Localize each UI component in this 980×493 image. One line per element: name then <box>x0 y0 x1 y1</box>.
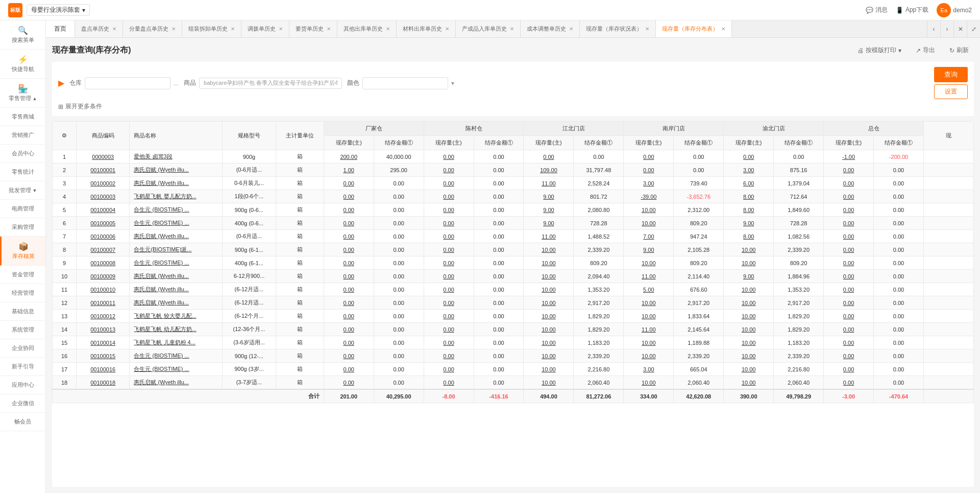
tab-assembly[interactable]: 组装拆卸单历史 ✕ <box>182 20 241 37</box>
cell-yubei-qty[interactable]: 10.00 <box>724 376 774 390</box>
sidebar-item-member[interactable]: 会员中心 <box>0 145 45 163</box>
cell-jiangbei-qty[interactable]: 109.00 <box>524 163 574 177</box>
cell-factory-qty[interactable]: 0.00 <box>324 190 374 203</box>
sidebar-item-member2[interactable]: 畅会员 <box>0 413 45 431</box>
setting-btn[interactable]: 设置 <box>934 84 968 99</box>
cell-nanan-qty[interactable]: 10.00 <box>624 349 674 363</box>
cell-factory-qty[interactable]: 0.00 <box>324 243 374 256</box>
cell-nanan-qty[interactable]: 10.00 <box>624 256 674 270</box>
cell-factory-qty[interactable]: 0.00 <box>324 310 374 323</box>
color-input[interactable] <box>362 77 448 89</box>
sidebar-item-system[interactable]: 系统管理 <box>0 321 45 339</box>
sidebar-item-operations[interactable]: 经营管理 <box>0 284 45 302</box>
cell-yubei-qty[interactable]: 8.00 <box>724 230 774 243</box>
sidebar-item-purchase[interactable]: 采购管理 <box>0 218 45 237</box>
cell-total-qty[interactable]: 0.00 <box>824 323 874 336</box>
cell-code[interactable]: 00100008 <box>77 256 130 270</box>
cell-code[interactable]: 00100010 <box>77 283 130 296</box>
cell-jiangbei-qty[interactable]: 11.00 <box>524 177 574 190</box>
cell-name[interactable]: 惠氏启赋 (Wyeth illu... <box>130 270 223 283</box>
tab-inventory-status[interactable]: 现存量（库存状况表） ✕ <box>580 20 656 37</box>
goods-input[interactable] <box>199 78 342 89</box>
tab-close-icon[interactable]: ✕ <box>510 26 514 32</box>
cell-jiangbei-qty[interactable]: 10.00 <box>524 349 574 363</box>
cell-nanan-qty[interactable]: 10.00 <box>624 203 674 217</box>
cell-nanan-qty[interactable]: -39.00 <box>624 190 674 203</box>
tab-product-inbound[interactable]: 产成品入库单历史 ✕ <box>456 20 521 37</box>
cell-jiangbei-qty[interactable]: 10.00 <box>524 256 574 270</box>
cell-nanan-qty[interactable]: 3.00 <box>624 177 674 190</box>
cell-nanan-qty[interactable]: 10.00 <box>624 296 674 310</box>
cell-factory-qty[interactable]: 0.00 <box>324 270 374 283</box>
cell-jiangbei-qty[interactable]: 10.00 <box>524 243 574 256</box>
cell-jiangbei-qty[interactable]: 9.00 <box>524 190 574 203</box>
cell-chencun-qty[interactable]: 0.00 <box>424 323 474 336</box>
cell-nanan-qty[interactable]: 10.00 <box>624 310 674 323</box>
cell-name[interactable]: 惠氏启赋 (Wyeth illu... <box>130 177 223 190</box>
cell-yubei-qty[interactable]: 8.00 <box>724 203 774 217</box>
sidebar-item-retail-mgmt[interactable]: 🏪 零售管理 ▲ <box>0 79 45 108</box>
cell-name[interactable]: 惠氏启赋 (Wyeth illu... <box>130 283 223 296</box>
cell-chencun-qty[interactable]: 0.00 <box>424 336 474 349</box>
cell-total-qty[interactable]: 0.00 <box>824 190 874 203</box>
col-header-settings[interactable]: ⚙ <box>53 122 77 150</box>
cell-total-qty[interactable]: 0.00 <box>824 230 874 243</box>
cell-factory-qty[interactable]: 0.00 <box>324 323 374 336</box>
sidebar-item-search[interactable]: 🔍 搜索英单 <box>0 20 45 50</box>
cell-name[interactable]: 飞鹤星飞帆 婴儿配方奶... <box>130 190 223 203</box>
cell-code[interactable]: 00100011 <box>77 296 130 310</box>
cell-jiangbei-qty[interactable]: 11.00 <box>524 230 574 243</box>
cell-yubei-qty[interactable]: 10.00 <box>724 363 774 376</box>
cell-factory-qty[interactable]: 0.00 <box>324 283 374 296</box>
user-area[interactable]: Ea demo2 <box>937 3 972 17</box>
cell-yubei-qty[interactable]: 8.00 <box>724 190 774 203</box>
tab-home[interactable]: 首页 <box>46 20 75 37</box>
cell-factory-qty[interactable]: 0.00 <box>324 256 374 270</box>
cell-factory-qty[interactable]: 0.00 <box>324 349 374 363</box>
cell-nanan-qty[interactable]: 9.00 <box>624 243 674 256</box>
cell-code[interactable]: 00100015 <box>77 349 130 363</box>
tab-close-all-btn[interactable]: ✕ <box>953 20 967 38</box>
cell-total-qty[interactable]: 0.00 <box>824 283 874 296</box>
cell-name[interactable]: 惠氏启赋 (Wyeth illu... <box>130 296 223 310</box>
cell-yubei-qty[interactable]: 10.00 <box>724 243 774 256</box>
cell-name[interactable]: 惠氏启赋 (Wyeth illu... <box>130 163 223 177</box>
cell-chencun-qty[interactable]: 0.00 <box>424 256 474 270</box>
cell-code[interactable]: 00100001 <box>77 163 130 177</box>
cell-name[interactable]: 惠氏启赋 (Wyeth illu... <box>130 230 223 243</box>
cell-jiangbei-qty[interactable]: 9.00 <box>524 203 574 217</box>
cell-total-qty[interactable]: -1.00 <box>824 150 874 163</box>
company-select[interactable]: 母婴行业演示陈套 ▾ <box>27 4 90 16</box>
cell-factory-qty[interactable]: 0.00 <box>324 363 374 376</box>
cell-chencun-qty[interactable]: 0.00 <box>424 363 474 376</box>
cell-chencun-qty[interactable]: 0.00 <box>424 163 474 177</box>
tab-partial-stocktake[interactable]: 分量盘点单历史 ✕ <box>123 20 182 37</box>
tab-inventory-dist[interactable]: 现存量（库存分布表） ✕ <box>656 20 732 37</box>
cell-yubei-qty[interactable]: 9.00 <box>724 270 774 283</box>
cell-code[interactable]: 00100002 <box>77 177 130 190</box>
cell-yubei-qty[interactable]: 10.00 <box>724 296 774 310</box>
cell-total-qty[interactable]: 0.00 <box>824 177 874 190</box>
cell-nanan-qty[interactable]: 7.00 <box>624 230 674 243</box>
cell-factory-qty[interactable]: 0.00 <box>324 203 374 217</box>
cell-yubei-qty[interactable]: 6.00 <box>724 177 774 190</box>
cell-chencun-qty[interactable]: 0.00 <box>424 177 474 190</box>
cell-yubei-qty[interactable]: 10.00 <box>724 283 774 296</box>
cell-name[interactable]: 爱他美 卤茸3段 <box>130 150 223 163</box>
cell-code[interactable]: 00100003 <box>77 190 130 203</box>
sidebar-item-enterprise[interactable]: 企业协同 <box>0 339 45 358</box>
sidebar-item-wechat[interactable]: 企业微信 <box>0 394 45 413</box>
export-btn[interactable]: ↗ 导出 <box>911 44 940 57</box>
cell-chencun-qty[interactable]: 0.00 <box>424 310 474 323</box>
cell-name[interactable]: 飞鹤星飞帆 较大婴儿配... <box>130 310 223 323</box>
cell-code[interactable]: 0000003 <box>77 150 130 163</box>
cell-nanan-qty[interactable]: 11.00 <box>624 270 674 283</box>
cell-name[interactable]: 合生元 (BIOSTIME) ... <box>130 217 223 230</box>
cell-factory-qty[interactable]: 0.00 <box>324 296 374 310</box>
cell-nanan-qty[interactable]: 10.00 <box>624 336 674 349</box>
cell-chencun-qty[interactable]: 0.00 <box>424 217 474 230</box>
cell-code[interactable]: 00100006 <box>77 230 130 243</box>
cell-name[interactable]: 惠氏启赋 (Wyeth illu... <box>130 376 223 390</box>
cell-code[interactable]: 00100014 <box>77 336 130 349</box>
filter-toggle-btn[interactable]: ▶ <box>58 78 64 88</box>
